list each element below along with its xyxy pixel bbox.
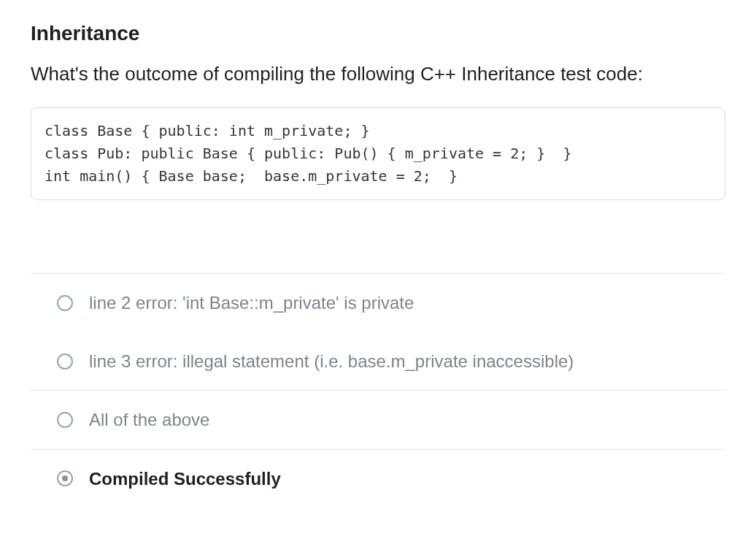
radio-option[interactable]: Compiled Successfully: [31, 450, 725, 508]
option-list: line 2 error: 'int Base::m_private' is p…: [31, 273, 725, 508]
radio-icon[interactable]: [57, 412, 73, 428]
option-label: Compiled Successfully: [89, 467, 281, 490]
option-label: line 2 error: 'int Base::m_private' is p…: [89, 291, 414, 314]
radio-option[interactable]: All of the above: [31, 391, 725, 448]
radio-option[interactable]: line 2 error: 'int Base::m_private' is p…: [31, 274, 725, 332]
option-label: All of the above: [89, 408, 209, 431]
section-title: Inheritance: [31, 22, 725, 45]
radio-icon[interactable]: [57, 470, 73, 486]
page-root: Inheritance What's the outcome of compil…: [0, 0, 756, 547]
radio-icon[interactable]: [57, 353, 73, 370]
radio-option[interactable]: line 3 error: illegal statement (i.e. ba…: [31, 332, 725, 390]
code-block: class Base { public: int m_private; } cl…: [31, 107, 725, 200]
question-prompt: What's the outcome of compiling the foll…: [31, 61, 725, 87]
option-label: line 3 error: illegal statement (i.e. ba…: [89, 350, 574, 372]
radio-icon[interactable]: [57, 295, 73, 311]
